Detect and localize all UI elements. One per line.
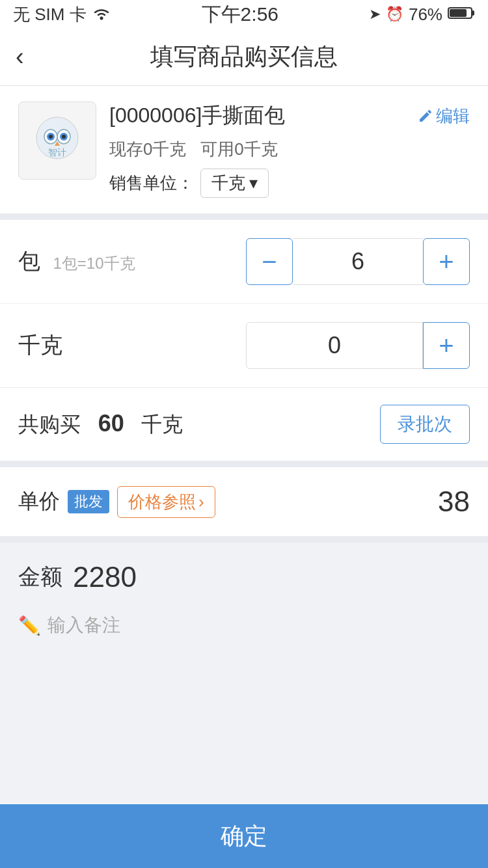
product-info: [0000006]手撕面包 编辑 现存0千克 可用0千克 销售单位： 千克 ▾ [109,102,470,198]
svg-rect-3 [450,9,467,17]
product-unit-row: 销售单位： 千克 ▾ [109,169,470,198]
kg-input[interactable] [246,322,423,369]
bao-minus-button[interactable]: − [246,238,293,285]
total-unit: 千克 [141,413,183,436]
price-label: 单价 [18,487,60,516]
available-label: 可用0千克 [200,139,277,159]
product-image: 智计 [18,102,96,180]
quantity-label-bao: 包 1包=10千克 [18,247,246,277]
remark-icon: ✏️ [18,615,41,636]
remark-row[interactable]: ✏️ 输入备注 [18,606,470,644]
price-tag-batch: 批发 [68,490,109,513]
price-value: 38 [438,485,470,518]
stock-label: 现存0千克 [109,139,186,159]
product-logo: 智计 [34,115,80,166]
price-section: 单价 批发 价格参照 › 38 [0,467,488,543]
price-row: 单价 批发 价格参照 › 38 [18,485,470,518]
amount-label: 金额 [18,562,62,592]
price-ref-arrow: › [198,492,204,512]
unit-select[interactable]: 千克 ▾ [200,169,269,198]
battery-label: 76% [409,5,442,25]
product-card: 智计 [0000006]手撕面包 编辑 现存0千克 可用0千克 销售单位： 千克… [0,86,488,220]
record-batch-button[interactable]: 录批次 [380,405,470,444]
wifi-icon [92,5,111,25]
quantity-row-bao: 包 1包=10千克 − + [0,220,488,304]
edit-button[interactable]: 编辑 [418,105,470,128]
status-time: 下午2:56 [202,1,278,28]
product-stock: 现存0千克 可用0千克 [109,138,470,161]
location-icon: ➤ [369,6,381,23]
status-right: ➤ ⏰ 76% [369,5,475,25]
price-left: 单价 批发 价格参照 › [18,486,215,518]
quantity-control-bao: − + [246,238,470,285]
quantity-label-kg: 千克 [18,331,246,360]
total-row: 共购买 60 千克 录批次 [0,388,488,467]
bottom-space [0,644,488,826]
status-left: 无 SIM 卡 [13,3,111,26]
svg-text:智计: 智计 [48,147,66,157]
amount-value: 2280 [73,561,137,593]
svg-point-9 [49,135,53,139]
page-title: 填写商品购买信息 [150,41,338,73]
bao-input[interactable] [293,238,423,285]
edit-label: 编辑 [436,105,470,128]
confirm-button[interactable]: 确定 [0,804,488,868]
price-ref-label: 价格参照 [128,491,196,513]
bao-plus-button[interactable]: + [423,238,470,285]
remark-text: 输入备注 [47,613,120,638]
kg-plus-button[interactable]: + [423,322,470,369]
total-amount: 60 [98,410,124,437]
battery-icon [448,5,475,25]
quantity-control-kg: + [246,322,470,369]
product-name: [0000006]手撕面包 [109,102,285,130]
svg-point-10 [62,135,66,139]
bao-hint: 1包=10千克 [53,254,135,272]
back-button[interactable]: ‹ [16,43,24,71]
nav-bar: ‹ 填写商品购买信息 [0,29,488,86]
svg-point-0 [100,16,103,20]
sim-label: 无 SIM 卡 [13,3,87,26]
quantity-section: 包 1包=10千克 − + 千克 + [0,220,488,388]
status-bar: 无 SIM 卡 下午2:56 ➤ ⏰ 76% [0,0,488,29]
amount-section: 金额 2280 ✏️ 输入备注 [0,543,488,644]
dropdown-icon: ▾ [249,173,258,193]
unit-value: 千克 [211,172,245,195]
product-name-row: [0000006]手撕面包 编辑 [109,102,470,130]
unit-label: 销售单位： [109,172,194,195]
svg-rect-2 [472,10,474,16]
quantity-row-kg: 千克 + [0,304,488,387]
kg-label: 千克 [18,332,62,357]
bao-label: 包 [18,249,40,273]
amount-row: 金额 2280 [18,561,470,593]
price-ref-button[interactable]: 价格参照 › [117,486,215,518]
total-label: 共购买 60 千克 [18,410,183,439]
alarm-icon: ⏰ [386,6,403,23]
